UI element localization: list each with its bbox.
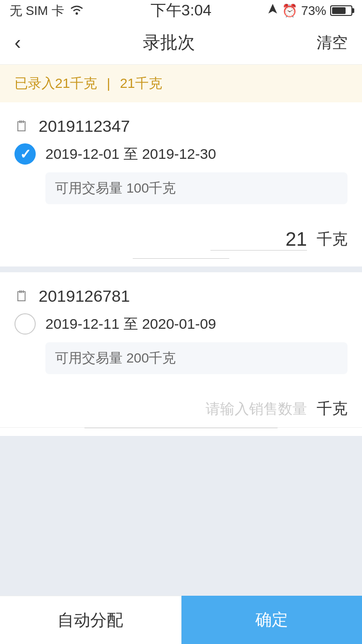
radio-2[interactable] — [14, 313, 36, 335]
batch-no-1-text: 2019112347 — [39, 117, 130, 136]
confirm-button[interactable]: 确定 — [181, 596, 362, 644]
status-bar: 无 SIM 卡 下午3:04 ⏰ 73% — [0, 0, 362, 21]
batch-row-2[interactable]: 2019-12-11 至 2020-01-09 — [14, 313, 348, 335]
date-range-1: 2019-12-01 至 2019-12-30 — [45, 144, 216, 164]
amount-underline-1 — [133, 258, 229, 259]
info-divider: | — [107, 76, 110, 91]
doc-icon-2: 🗒 — [14, 288, 29, 305]
bottom-bar: 自动分配 确定 — [0, 596, 362, 644]
doc-icon-1: 🗒 — [14, 118, 29, 135]
batch-card-1: 🗒 2019112347 2019-12-01 至 2019-12-30 可用交… — [0, 102, 362, 219]
nav-title: 录批次 — [143, 31, 195, 55]
qty-input-2[interactable] — [14, 401, 307, 417]
batch-number-2: 🗒 2019126781 — [14, 287, 348, 306]
status-left: 无 SIM 卡 — [10, 2, 84, 19]
recorded-amount: 已录入21千克 — [14, 74, 97, 93]
auto-distribute-button[interactable]: 自动分配 — [0, 596, 181, 644]
nav-bar: ‹ 录批次 清空 — [0, 21, 362, 65]
input-row-2: 千克 — [0, 389, 362, 428]
batch-card-2: 🗒 2019126781 2019-12-11 至 2020-01-09 可用交… — [0, 272, 362, 389]
alarm-icon: ⏰ — [282, 3, 297, 18]
carrier-text: 无 SIM 卡 — [10, 2, 64, 19]
battery-icon — [330, 5, 352, 16]
radio-1[interactable] — [14, 143, 36, 165]
amount-row-1: 千克 — [0, 219, 362, 258]
clear-button[interactable]: 清空 — [317, 32, 348, 54]
svg-point-0 — [75, 12, 78, 14]
available-qty-2: 可用交易量 200千克 — [45, 342, 348, 374]
location-icon — [267, 3, 278, 19]
unit-label-2: 千克 — [317, 398, 348, 420]
battery-percent: 73% — [301, 3, 326, 18]
batch-number-1: 🗒 2019112347 — [14, 117, 348, 136]
batch-no-2-text: 2019126781 — [39, 287, 130, 306]
date-range-2: 2019-12-11 至 2020-01-09 — [45, 314, 216, 334]
wifi-icon — [69, 2, 84, 19]
available-qty-1: 可用交易量 100千克 — [45, 172, 348, 204]
info-bar: 已录入21千克 | 21千克 — [0, 65, 362, 102]
amount-unit-1: 千克 — [317, 229, 348, 250]
input-underline-2 — [84, 428, 278, 428]
batch-row-1[interactable]: 2019-12-01 至 2019-12-30 — [14, 143, 348, 165]
total-amount: 21千克 — [120, 74, 162, 93]
amount-input-1[interactable] — [210, 228, 307, 251]
section-divider — [0, 266, 362, 272]
back-button[interactable]: ‹ — [14, 32, 21, 54]
status-right: ⏰ 73% — [267, 3, 352, 19]
status-time: 下午3:04 — [151, 0, 211, 21]
